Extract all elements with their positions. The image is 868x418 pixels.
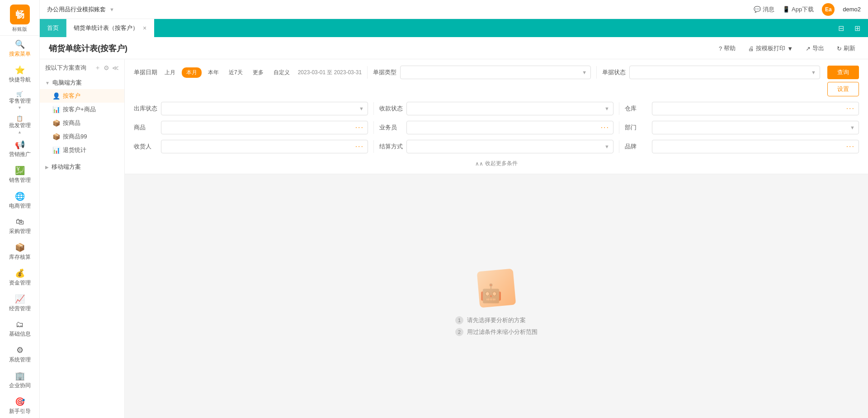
maximize-button[interactable]: ⊞ bbox=[851, 22, 863, 34]
tab-bar-actions: ⊟ ⊞ bbox=[830, 19, 868, 37]
app-logo[interactable]: 畅 标账版 bbox=[0, 0, 39, 36]
payment-method-select[interactable]: ▼ bbox=[406, 140, 613, 153]
print-button[interactable]: 🖨 按模板打印 ▼ bbox=[745, 43, 797, 54]
chevron-right-icon: ▶ bbox=[45, 165, 49, 170]
department-select[interactable]: ▼ bbox=[652, 121, 859, 134]
export-button[interactable]: ↗ 导出 bbox=[802, 43, 828, 54]
sidebar-item-search-menu[interactable]: 🔍 搜索菜单 bbox=[0, 36, 39, 62]
date-filter: 上月 本月 本年 近7天 更多 自定义 2023-03-01 至 2023-03… bbox=[161, 67, 362, 78]
scheme-item-by-customer[interactable]: 👤 按客户 bbox=[40, 89, 124, 103]
star-icon: ⭐ bbox=[15, 65, 25, 75]
sidebar-item-purchase[interactable]: 🛍 采购管理 bbox=[0, 214, 39, 239]
divider bbox=[619, 121, 619, 134]
sidebar-item-retail[interactable]: 🛒 零售管理 ▼ bbox=[0, 87, 39, 112]
refresh-icon: ↻ bbox=[837, 45, 842, 52]
tab-bar: 首页 销货单统计表（按客户） × ⊟ ⊞ bbox=[40, 19, 868, 37]
finance-icon: 💰 bbox=[15, 268, 25, 278]
empty-tip-2: 2 用过滤条件来缩小分析范围 bbox=[455, 328, 538, 336]
chevron-down-icon: ▼ bbox=[18, 105, 22, 110]
filter-action-buttons: 查询 设置 bbox=[827, 66, 859, 96]
download-icon: 📱 bbox=[783, 6, 790, 13]
help-icon: ? bbox=[719, 45, 722, 52]
print-icon: 🖨 bbox=[748, 45, 754, 52]
sidebar-item-system[interactable]: ⚙ 系统管理 bbox=[0, 342, 39, 367]
doc-type-select[interactable]: ▼ bbox=[400, 66, 591, 79]
chevron-down-icon: ▼ bbox=[850, 125, 855, 130]
warehouse-select[interactable]: ··· bbox=[652, 102, 859, 115]
app-name-dropdown[interactable]: ▼ bbox=[109, 7, 114, 12]
consignee-select[interactable]: ··· bbox=[161, 140, 368, 153]
date-btn-this-month[interactable]: 本月 bbox=[182, 67, 202, 78]
scheme-panel: 按以下方案查询 ＋ ⚙ ≪ ▼ 电脑端方案 👤 按客户 bbox=[40, 59, 125, 418]
tab-sales-stats[interactable]: 销货单统计表（按客户） × bbox=[66, 19, 154, 37]
sidebar-item-inventory[interactable]: 📦 库存核算 bbox=[0, 239, 39, 265]
message-button[interactable]: 💬 消息 bbox=[754, 5, 774, 14]
collapse-filters-button[interactable]: ∧∧ 收起更多条件 bbox=[134, 157, 859, 170]
scheme-item-return-stats[interactable]: 📊 退货统计 bbox=[40, 143, 124, 157]
divider bbox=[373, 102, 374, 115]
content-body: 按以下方案查询 ＋ ⚙ ≪ ▼ 电脑端方案 👤 按客户 bbox=[40, 59, 868, 418]
scheme-item-by-customer-goods[interactable]: 📊 按客户+商品 bbox=[40, 103, 124, 116]
sidebar-item-enterprise[interactable]: 🏢 企业协同 bbox=[0, 367, 39, 393]
settings-button[interactable]: 设置 bbox=[827, 82, 859, 96]
date-range: 2023-03-01 至 2023-03-31 bbox=[298, 69, 362, 76]
top-header: 办公用品行业模拟账套 ▼ 💬 消息 📱 App下载 Ea demo2 bbox=[40, 0, 868, 19]
date-btn-custom[interactable]: 自定义 bbox=[270, 67, 293, 78]
close-tab-icon[interactable]: × bbox=[143, 24, 146, 32]
scheme-item-by-goods[interactable]: 📦 按商品 bbox=[40, 116, 124, 130]
logo-label: 标账版 bbox=[12, 26, 27, 33]
tab-home[interactable]: 首页 bbox=[40, 19, 66, 37]
chevron-down-icon: ▼ bbox=[811, 70, 816, 75]
sidebar-item-finance[interactable]: 💰 资金管理 bbox=[0, 265, 39, 290]
sidebar-item-ecommerce[interactable]: 🌐 电商管理 bbox=[0, 188, 39, 214]
tip-num-1: 1 bbox=[455, 316, 463, 324]
sidebar-item-marketing[interactable]: 📢 营销推广 bbox=[0, 136, 39, 162]
app-name: 办公用品行业模拟账套 bbox=[47, 5, 106, 14]
sidebar-item-label: 库存核算 bbox=[9, 253, 31, 261]
sales-icon: 💹 bbox=[15, 166, 25, 176]
settings-scheme-icon[interactable]: ⚙ bbox=[104, 64, 109, 71]
sidebar-item-wholesale[interactable]: 📋 批发管理 ▲ bbox=[0, 112, 39, 136]
date-btn-last-month[interactable]: 上月 bbox=[161, 67, 179, 78]
query-button[interactable]: 查询 bbox=[827, 66, 859, 79]
date-btn-last-7-days[interactable]: 近7天 bbox=[225, 67, 246, 78]
out-status-select[interactable]: ▼ bbox=[161, 102, 368, 115]
scheme-group-desktop-title[interactable]: ▼ 电脑端方案 bbox=[40, 76, 124, 89]
divider bbox=[619, 102, 619, 115]
basics-icon: 🗂 bbox=[16, 320, 24, 329]
date-btn-more[interactable]: 更多 bbox=[249, 67, 267, 78]
collapse-scheme-icon[interactable]: ≪ bbox=[112, 64, 119, 71]
sidebar-item-basics[interactable]: 🗂 基础信息 bbox=[0, 316, 39, 342]
date-label: 单据日期 bbox=[134, 68, 157, 76]
brand-select[interactable]: ··· bbox=[652, 140, 859, 153]
page-actions: ? 帮助 🖨 按模板打印 ▼ ↗ 导出 ↻ 刷新 bbox=[715, 43, 859, 54]
doc-status-label: 单据状态 bbox=[602, 68, 626, 76]
avatar[interactable]: Ea bbox=[822, 3, 835, 16]
payment-status-select[interactable]: ▼ bbox=[406, 102, 613, 115]
sidebar-item-sales[interactable]: 💹 销售管理 bbox=[0, 162, 39, 188]
purchase-icon: 🛍 bbox=[16, 217, 24, 227]
refresh-button[interactable]: ↻ 刷新 bbox=[833, 43, 859, 54]
date-btn-this-year[interactable]: 本年 bbox=[204, 67, 222, 78]
minimize-button[interactable]: ⊟ bbox=[835, 22, 847, 34]
doc-status-select[interactable]: ▼ bbox=[629, 66, 820, 79]
sidebar-item-label: 电商管理 bbox=[9, 202, 31, 210]
salesperson-select[interactable]: ··· bbox=[406, 121, 613, 134]
sidebar-item-operations[interactable]: 📈 经营管理 bbox=[0, 290, 39, 316]
download-button[interactable]: 📱 App下载 bbox=[783, 5, 814, 14]
help-button[interactable]: ? 帮助 bbox=[715, 43, 739, 54]
empty-box bbox=[477, 268, 516, 308]
sidebar-item-newbie[interactable]: 🎯 新手引导 bbox=[0, 393, 39, 418]
sidebar-item-label: 资金管理 bbox=[9, 279, 31, 287]
sidebar-item-quick-nav[interactable]: ⭐ 快捷导航 bbox=[0, 62, 39, 87]
brand-label: 品牌 bbox=[625, 142, 648, 151]
scheme-group-mobile-title[interactable]: ▶ 移动端方案 bbox=[40, 161, 124, 173]
goods-select[interactable]: ··· bbox=[161, 121, 368, 134]
sidebar-item-label: 经营管理 bbox=[9, 305, 31, 313]
customer-icon: 👤 bbox=[52, 92, 60, 100]
add-scheme-icon[interactable]: ＋ bbox=[94, 64, 101, 72]
scheme-item-label: 按商品99 bbox=[63, 133, 87, 141]
newbie-icon: 🎯 bbox=[15, 397, 25, 407]
scheme-item-by-goods-99[interactable]: 📦 按商品99 bbox=[40, 130, 124, 143]
scheme-item-label: 按客户 bbox=[63, 92, 80, 100]
